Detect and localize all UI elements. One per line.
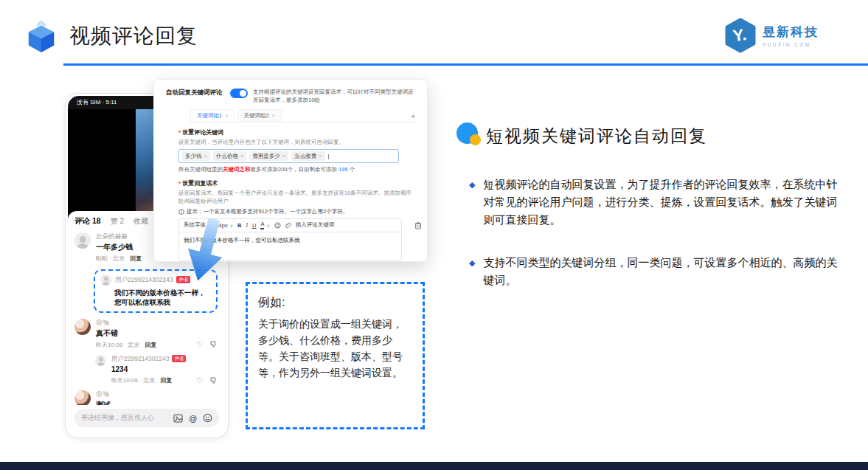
reply-button[interactable]: 回复: [145, 341, 156, 349]
add-tab-button[interactable]: +: [409, 112, 417, 122]
comment-input[interactable]: 善语结善缘，恶言伤人心 @: [74, 409, 219, 427]
reply-tip: 提示：一个富文本框最多支持512个字符。一个汉字占用2个字符。: [178, 208, 417, 215]
feature-title: 短视频关键词评论自动回复: [486, 125, 707, 148]
underline-button[interactable]: U: [252, 222, 256, 229]
avatar[interactable]: [95, 355, 106, 366]
keyword-quota: 所有关键词组里的关键词之和最多可添加200个，目前剩余可添加 195 个: [178, 166, 417, 173]
comment-username: 云朵的赫赫: [96, 232, 128, 241]
example-box: 例如: 关于询价的设置成一组关键词，多少钱、什么价格，费用多少等。关于咨询班型、…: [246, 282, 425, 429]
keyword-chip: 怎么收费×: [291, 151, 324, 161]
tab-likes[interactable]: 赞 2: [111, 216, 124, 227]
brand-domain: YUUXIN.COM: [763, 42, 819, 47]
avatar[interactable]: [74, 232, 91, 249]
keywords-input[interactable]: 多少钱× 什么价格× 费用是多少× 怎么收费× |: [178, 149, 399, 163]
comment-username: 😡🐚: [96, 319, 110, 327]
image-icon[interactable]: [173, 414, 183, 423]
trash-icon[interactable]: [414, 221, 422, 229]
keyword-hint: 设置关键词，当评论里内容包含了以下关键词，则系统可自动回复。: [178, 139, 417, 147]
diamond-icon: ◆: [469, 176, 475, 229]
page: 视频评论回复 Y. 昱新科技 YUUXIN.COM 没有 SIM · 5:11 …: [0, 0, 868, 470]
chip-close-icon[interactable]: ×: [319, 153, 322, 160]
comment-meta: 昨天10:08 · 北京: [96, 341, 139, 349]
font-color-button[interactable]: A∨: [260, 221, 269, 229]
avatar[interactable]: [100, 274, 111, 286]
tab-close-icon[interactable]: ×: [272, 112, 275, 120]
auto-reply-toggle[interactable]: [230, 89, 248, 98]
insert-keyword-button[interactable]: 插入评论关键词: [296, 221, 335, 229]
emoji-icon[interactable]: [274, 222, 281, 229]
keyword-section-label: *设置评论关键词: [178, 128, 417, 136]
feature-bullet-text: 支持不同类型的关键词分组，同一类问题，可设置多个相近的、高频的关键词。: [483, 254, 844, 289]
comment-text: 真不错: [96, 328, 219, 339]
dislike-icon[interactable]: [210, 341, 218, 348]
keyword-chip: 什么价格×: [213, 151, 246, 161]
chip-close-icon[interactable]: ×: [240, 153, 243, 160]
comment-text: 我们不同的版本价格不一样，您可以私信联系我: [114, 288, 211, 308]
brand-name: 昱新科技: [763, 24, 819, 41]
page-title: 视频评论回复: [69, 22, 198, 50]
chevron-down-icon: ∨: [266, 223, 269, 228]
keyword-chip: 费用是多少×: [249, 151, 288, 161]
mention-icon[interactable]: @: [189, 414, 197, 423]
keyword-group-tabs: 关键词组1× 关键词组2× +: [190, 109, 417, 122]
feature-bullet: ◆ 支持不同类型的关键词分组，同一类问题，可设置多个相近的、高频的关键词。: [469, 254, 844, 289]
like-icon[interactable]: ♡: [196, 341, 203, 348]
smiley-icon[interactable]: [203, 413, 212, 423]
required-mark: *: [178, 180, 181, 187]
brand-hexagon-icon: Y.: [724, 18, 757, 53]
example-title: 例如:: [258, 295, 412, 311]
comment-composer: 善语结善缘，恶言伤人心 @: [70, 405, 223, 433]
yellow-circle-icon: [470, 134, 481, 145]
keyword-chip: 多少钱×: [182, 151, 210, 161]
tab-comments[interactable]: 评论 18: [74, 216, 101, 227]
text-cursor: |: [328, 153, 330, 159]
chip-close-icon[interactable]: ×: [282, 153, 285, 160]
comment-username: 用户2299214302243: [111, 355, 169, 363]
bold-button[interactable]: B: [237, 222, 241, 229]
tab-favorites[interactable]: 收藏: [133, 216, 148, 227]
tab-keyword-group-2[interactable]: 关键词组2×: [237, 109, 282, 122]
author-badge: 作者: [172, 355, 186, 362]
link-icon[interactable]: [285, 222, 291, 229]
comment-row: 😡🐚 真不错 昨天10:08 · 北京 回复 ♡: [74, 319, 219, 349]
avatar[interactable]: [74, 319, 91, 335]
reply-button[interactable]: 回复: [130, 255, 142, 263]
example-body: 关于询价的设置成一组关键词，多少钱、什么价格，费用多少等。关于咨询班型、版本、型…: [258, 316, 412, 381]
tab-close-icon[interactable]: ×: [225, 112, 228, 120]
feature-bullet-icon: [456, 122, 482, 148]
comment-username: 😡🐚: [96, 390, 110, 398]
diamond-icon: ◆: [469, 254, 475, 289]
required-mark: *: [178, 129, 181, 136]
reply-button[interactable]: 回复: [160, 376, 172, 384]
dislike-icon[interactable]: [210, 377, 218, 384]
comment-meta: 刚刚 · 北京: [96, 255, 125, 263]
panel-description: 支持根据评论的关键词设置回复话术，可以针对不同类型关键词设置回复话术，最多添加1…: [253, 88, 417, 105]
comment-meta: 昨天10:08 · 北京: [111, 376, 155, 384]
comment-text: 1234: [111, 364, 219, 375]
footer-bar: [0, 462, 868, 470]
comment-username: 用户2299214302243: [115, 276, 173, 284]
like-icon[interactable]: ♡: [196, 377, 203, 384]
svg-text:Y.: Y.: [732, 25, 748, 45]
tab-keyword-group-1[interactable]: 关键词组1×: [190, 109, 235, 122]
reply-hint: 设置回复话术。每回复一个用户评论只发送一条话术。最多支持设置10条不同话术。按添…: [178, 190, 417, 206]
chip-close-icon[interactable]: ×: [204, 153, 207, 160]
info-icon: [178, 209, 184, 215]
comment-reply-row: 用户2299214302243 作者 1234 昨天10:08 · 北京 回复 …: [95, 355, 219, 385]
reply-section-label: *设置回复话术: [178, 179, 417, 187]
feature-bullet: ◆ 短视频评论的自动回复设置，为了提升作者的评论回复效率，在系统中针对常见的评论…: [469, 176, 844, 229]
italic-button[interactable]: I: [246, 222, 249, 229]
cube-logo-icon: [24, 18, 58, 54]
avatar[interactable]: [74, 390, 91, 407]
header-rule: [63, 63, 868, 66]
feature-bullet-text: 短视频评论的自动回复设置，为了提升作者的评论回复效率，在系统中针对常见的评论用户…: [483, 176, 844, 229]
comment-input-placeholder: 善语结善缘，恶言伤人心: [81, 413, 167, 423]
brand-logo: Y. 昱新科技 YUUXIN.COM: [724, 18, 819, 53]
panel-title: 自动回复关键词评论: [166, 88, 225, 97]
